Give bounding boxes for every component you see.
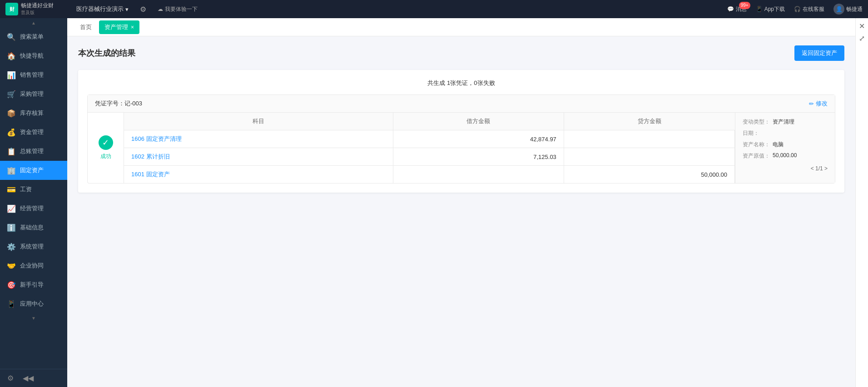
close-panel-icon[interactable]: ✕ [859,22,865,30]
logo-area: 财 畅捷通好业财 普及版 [5,2,73,16]
sidebar-item-collaboration[interactable]: 🤝 企业协同 [0,256,67,275]
sidebar-item-label: 基础信息 [20,223,44,232]
change-type-row: 变动类型： 资产清理 [743,118,828,126]
logo-text: 畅捷通好业财 [21,2,54,10]
return-button[interactable]: 返回固定资产 [794,45,844,61]
sidebar-item-basic-info[interactable]: ℹ️ 基础信息 [0,218,67,237]
company-name: 医疗器械行业演示 [76,5,124,13]
expand-panel-icon[interactable]: ⤢ [859,34,865,43]
table-row: 1602 累计折旧7,125.03 [124,148,735,166]
subject-cell[interactable]: 1601 固定资产 [124,166,393,184]
ledger-icon: 📋 [7,147,15,155]
sidebar-item-sales[interactable]: 📊 销售管理 [0,65,67,84]
sidebar-item-label: 工资 [20,185,32,194]
sidebar-scroll-down[interactable]: ▼ [0,313,67,322]
experience-button[interactable]: ☁ 我要体验一下 [154,5,201,14]
message-badge: 99+ [739,2,750,9]
date-label: 日期： [743,129,759,137]
purchase-icon: 🛒 [7,90,15,98]
cloud-icon: ☁ [158,6,163,12]
subject-cell[interactable]: 1606 固定资产清理 [124,130,393,148]
sidebar-item-purchase[interactable]: 🛒 采购管理 [0,84,67,104]
table-row: 1601 固定资产50,000.00 [124,166,735,184]
sidebar-item-label: 应用中心 [20,300,44,308]
tab-asset-management[interactable]: 资产管理 × [99,20,139,34]
settings-bottom-icon[interactable]: ⚙ [7,374,14,382]
change-type-value: 资产清理 [773,118,794,126]
sidebar-scroll-up[interactable]: ▲ [0,18,67,27]
company-selector[interactable]: 医疗器械行业演示 ▾ [73,3,132,15]
col-header-credit: 贷方金额 [564,113,734,130]
avatar: 👤 [833,4,844,15]
user-label: 畅捷通 [846,5,863,13]
sidebar-item-app-center[interactable]: 📱 应用中心 [0,294,67,313]
search-icon: 🔍 [7,33,15,41]
date-row: 日期： [743,129,828,137]
collapse-icon[interactable]: ◀◀ [23,374,34,382]
voucher-number: 凭证字号：记-003 [95,99,142,108]
result-panel: 共生成 1张凭证，0张失败 凭证字号：记-003 ✏ 修改 [78,70,844,193]
sidebar-item-system[interactable]: ⚙️ 系统管理 [0,237,67,256]
tab-close-button[interactable]: × [131,24,134,30]
sidebar-item-label: 总账管理 [20,147,44,155]
chevron-down-icon: ▾ [125,6,129,13]
sidebar-item-search[interactable]: 🔍 搜索菜单 [0,27,67,46]
sidebar-item-label: 固定资产 [20,166,44,174]
success-circle: ✓ [99,135,113,150]
sidebar-item-quick-nav[interactable]: 🏠 快捷导航 [0,46,67,65]
asset-name-row: 资产名称： 电脑 [743,141,828,149]
side-pagination[interactable]: < 1/1 > [743,165,828,172]
headset-icon: 🎧 [794,6,801,12]
fixed-assets-icon: 🏢 [7,166,15,174]
page-header: 本次生成的结果 返回固定资产 [78,45,844,61]
app-download-item[interactable]: 📱 App下载 [756,5,785,13]
home-icon: 🏠 [7,52,15,60]
salary-icon: 💳 [7,185,15,194]
side-info-panel: 变动类型： 资产清理 日期： 资产名称： 电脑 [735,113,835,183]
sidebar-item-label: 新手引导 [20,281,44,289]
original-value-row: 资产原值： 50,000.00 [743,152,828,160]
sidebar-bottom: ⚙ ◀◀ [0,369,67,387]
sidebar-item-label: 采购管理 [20,90,44,98]
col-header-subject: 科目 [124,113,393,130]
sidebar-item-label: 经营管理 [20,204,44,213]
original-value-value: 50,000.00 [773,152,797,160]
app-center-icon: 📱 [7,300,15,308]
basic-info-icon: ℹ️ [7,223,15,232]
sidebar-item-label: 快捷导航 [20,52,44,60]
table-row: 1606 固定资产清理42,874.97 [124,130,735,148]
edit-button[interactable]: ✏ 修改 [809,99,828,108]
user-item[interactable]: 👤 畅捷通 [833,4,863,15]
sidebar-item-salary[interactable]: 💳 工资 [0,180,67,199]
system-icon: ⚙️ [7,243,15,251]
voucher-body: ✓ 成功 科目 借方金额 贷方金额 [88,113,835,183]
sidebar-item-operations[interactable]: 📈 经营管理 [0,199,67,218]
sidebar: ▲ 🔍 搜索菜单 🏠 快捷导航 📊 销售管理 🛒 采购管理 📦 库存核算 💰 资… [0,18,67,387]
voucher-block: 凭证字号：记-003 ✏ 修改 ✓ 成功 [87,94,835,184]
sidebar-item-label: 销售管理 [20,71,44,79]
collaboration-icon: 🤝 [7,262,15,270]
online-service-label: 在线客服 [803,5,824,13]
subject-cell[interactable]: 1602 累计折旧 [124,148,393,166]
sales-icon: 📊 [7,71,15,79]
sidebar-item-guide[interactable]: 🎯 新手引导 [0,275,67,294]
sidebar-item-ledger[interactable]: 📋 总账管理 [0,142,67,161]
message-item[interactable]: 💬 消息 99+ [727,5,747,13]
online-service-item[interactable]: 🎧 在线客服 [794,5,824,13]
debit-cell: 7,125.03 [393,148,564,166]
gear-button[interactable]: ⚙ [137,3,149,15]
logo-edition: 普及版 [21,10,54,16]
tab-bar: 首页 资产管理 × [67,18,855,36]
tab-label: 资产管理 [104,23,128,31]
original-value-label: 资产原值： [743,152,770,160]
header-middle: 医疗器械行业演示 ▾ ⚙ ☁ 我要体验一下 [73,3,727,15]
experience-label: 我要体验一下 [165,5,198,13]
success-text: 成功 [100,153,111,160]
voucher-table: 科目 借方金额 贷方金额 1606 固定资产清理42,874.971602 累计… [124,113,735,183]
content-area: 首页 资产管理 × 本次生成的结果 返回固定资产 共生成 1张凭证，0张失败 凭… [67,18,855,387]
sidebar-item-funds[interactable]: 💰 资金管理 [0,123,67,142]
sidebar-item-inventory[interactable]: 📦 库存核算 [0,104,67,123]
tab-home[interactable]: 首页 [74,23,97,31]
sidebar-item-fixed-assets[interactable]: 🏢 固定资产 [0,161,67,180]
asset-name-label: 资产名称： [743,141,770,149]
